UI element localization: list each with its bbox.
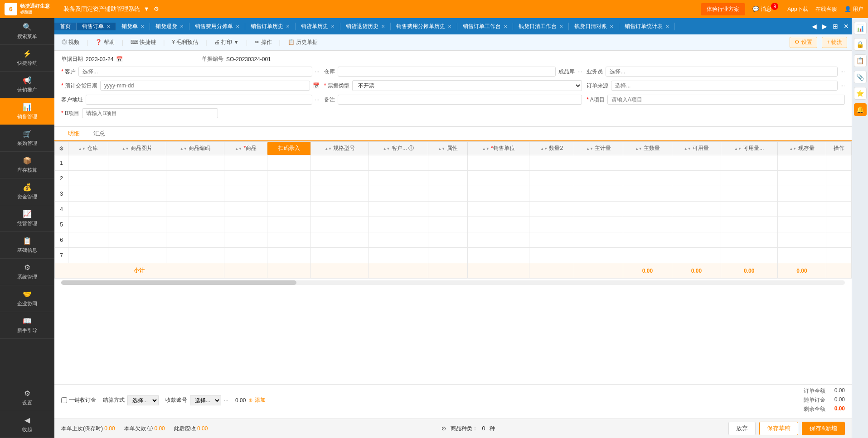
tab-10[interactable]: 钱货日清工作台✕ — [513, 23, 569, 30]
cell-14-3[interactable] — [721, 186, 777, 202]
col-image[interactable]: ▲▼ 商品图片 — [108, 142, 166, 155]
cell-6-4[interactable] — [311, 202, 369, 217]
sidebar-item-经营管理[interactable]: 📈经营管理 — [0, 205, 54, 232]
cell-barcode-5[interactable] — [267, 217, 311, 232]
cell-6-1[interactable] — [311, 155, 369, 171]
tab-close-1[interactable]: ✕ — [107, 24, 110, 29]
cell-2-7[interactable] — [108, 248, 166, 263]
tab-4[interactable]: 销售费用分摊单✕ — [189, 23, 245, 30]
cell-15-1[interactable] — [777, 155, 826, 171]
warehouse-more-icon[interactable]: ··· — [577, 68, 582, 75]
cell-16-2[interactable] — [826, 171, 852, 186]
tab-3[interactable]: 销货退货✕ — [150, 23, 189, 30]
discard-btn[interactable]: 放弃 — [728, 422, 756, 435]
cell-15-6[interactable] — [777, 232, 826, 248]
cell-10-4[interactable] — [529, 202, 574, 217]
tab-9[interactable]: 销售订单工作台✕ — [457, 23, 513, 30]
cell-1-1[interactable] — [68, 155, 108, 171]
staff-input[interactable] — [606, 67, 838, 77]
logistics-btn[interactable]: + 物流 — [822, 37, 847, 48]
cell-6-3[interactable] — [311, 186, 369, 202]
cell-8-4[interactable] — [428, 202, 468, 217]
cell-2-2[interactable] — [108, 171, 166, 186]
right-icon-4[interactable]: 📎 — [854, 71, 867, 83]
col-spec[interactable]: ▲▼ 规格型号 — [311, 142, 369, 155]
cell-7-4[interactable] — [369, 202, 428, 217]
cell-8-6[interactable] — [428, 232, 468, 248]
cell-14-4[interactable] — [721, 202, 777, 217]
col-barcode[interactable]: 扫码录入 — [267, 142, 311, 155]
cell-13-6[interactable] — [672, 232, 721, 248]
cell-10-2[interactable] — [529, 171, 574, 186]
sidebar-item-采购管理[interactable]: 🛒采购管理 — [0, 125, 54, 152]
cell-13-4[interactable] — [672, 202, 721, 217]
trial-btn[interactable]: 体验行业方案 — [701, 3, 745, 15]
cell-15-7[interactable] — [777, 248, 826, 263]
tab-close-6[interactable]: ✕ — [331, 24, 335, 29]
col-available2[interactable]: ▲▼ 可用量... — [721, 142, 777, 155]
tab-next-btn[interactable]: ▶ — [820, 18, 830, 34]
order-source-more-icon[interactable]: ··· — [840, 82, 845, 89]
cell-16-5[interactable] — [826, 217, 852, 232]
tab-close-11[interactable]: ✕ — [610, 24, 613, 29]
online-service-btn[interactable]: 在线客服 — [815, 5, 837, 13]
col-code[interactable]: ▲▼ 商品编码 — [166, 142, 224, 155]
print-btn[interactable]: 🖨 打印 ▼ — [212, 38, 242, 47]
sidebar-item-settings[interactable]: ⚙ 设置 — [0, 385, 54, 411]
cell-1-5[interactable] — [68, 217, 108, 232]
address-more-icon[interactable]: ··· — [315, 96, 320, 103]
cell-4-7[interactable] — [224, 248, 267, 263]
cell-14-2[interactable] — [721, 171, 777, 186]
tab-close-7[interactable]: ✕ — [381, 24, 385, 29]
cell-3-1[interactable] — [166, 155, 224, 171]
user-avatar[interactable]: 👤 用户 — [844, 5, 863, 13]
tab-2[interactable]: 销货单✕ — [116, 23, 150, 30]
calendar-icon[interactable]: 📅 — [116, 56, 123, 63]
tab-close-8[interactable]: ✕ — [448, 24, 451, 29]
pay-method-select[interactable]: 选择... — [127, 395, 159, 405]
help-btn[interactable]: ❓ 帮助 — [92, 38, 117, 47]
cell-1-3[interactable] — [68, 186, 108, 202]
col-product[interactable]: ▲▼ *商品 — [224, 142, 267, 155]
cell-4-4[interactable] — [224, 202, 267, 217]
system-gear-icon[interactable]: ⚙ — [154, 5, 159, 12]
history-btn[interactable]: 📋 历史单据 — [285, 38, 320, 47]
cell-9-5[interactable] — [468, 217, 529, 232]
cell-8-5[interactable] — [428, 217, 468, 232]
cell-4-5[interactable] — [224, 217, 267, 232]
cell-1-2[interactable] — [68, 171, 108, 186]
cell-10-7[interactable] — [529, 248, 574, 263]
col-available[interactable]: ▲▼ 可用量 — [672, 142, 721, 155]
cell-7-5[interactable] — [369, 217, 428, 232]
cell-12-3[interactable] — [623, 186, 672, 202]
cell-14-1[interactable] — [721, 155, 777, 171]
right-icon-6[interactable]: 🔔 — [854, 103, 867, 116]
save-draft-btn[interactable]: 保存草稿 — [759, 422, 798, 435]
view-btn[interactable]: ◎ ◎ 视频视频 — [59, 38, 82, 47]
shortcut-btn[interactable]: ⌨ 快捷键 — [128, 38, 159, 47]
tab-close-3[interactable]: ✕ — [180, 24, 184, 29]
cell-10-6[interactable] — [529, 232, 574, 248]
cell-3-3[interactable] — [166, 186, 224, 202]
cell-7-2[interactable] — [369, 171, 428, 186]
sidebar-item-系统管理[interactable]: ⚙系统管理 — [0, 259, 54, 285]
cell-9-3[interactable] — [468, 186, 529, 202]
quick-pay-check[interactable] — [61, 397, 67, 403]
cell-2-3[interactable] — [108, 186, 166, 202]
cell-11-1[interactable] — [574, 155, 623, 171]
cell-9-2[interactable] — [468, 171, 529, 186]
cell-6-6[interactable] — [311, 232, 369, 248]
cell-9-6[interactable] — [468, 232, 529, 248]
tab-1[interactable]: 销售订单✕ — [77, 23, 116, 30]
cell-13-2[interactable] — [672, 171, 721, 186]
cell-2-6[interactable] — [108, 232, 166, 248]
cell-8-7[interactable] — [428, 248, 468, 263]
cell-6-5[interactable] — [311, 217, 369, 232]
cell-barcode-7[interactable] — [267, 248, 311, 263]
cell-16-6[interactable] — [826, 232, 852, 248]
right-icon-3[interactable]: 📋 — [854, 54, 867, 67]
col-warehouse[interactable]: ▲▼ 仓库 — [68, 142, 108, 155]
col-qty2[interactable]: ▲▼ 数量2 — [529, 142, 574, 155]
cell-13-7[interactable] — [672, 248, 721, 263]
cell-15-2[interactable] — [777, 171, 826, 186]
